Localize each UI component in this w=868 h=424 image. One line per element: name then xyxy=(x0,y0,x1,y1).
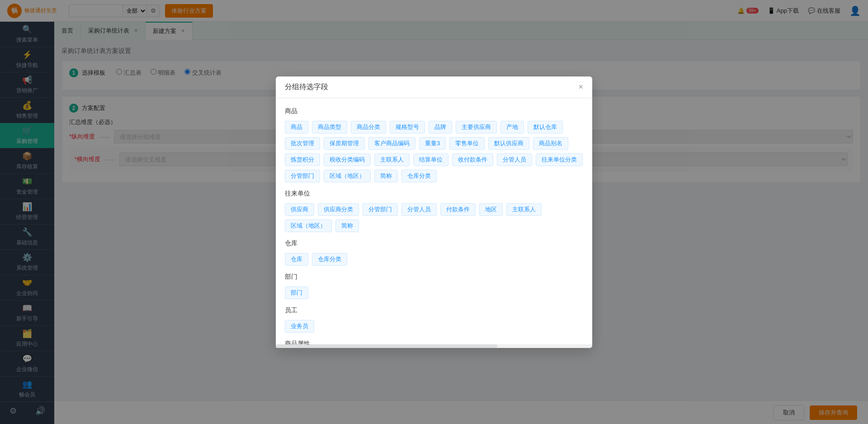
field-partner-5[interactable]: 地区 xyxy=(479,203,503,216)
field-partner-6[interactable]: 主联系人 xyxy=(506,203,542,216)
field-goods-8[interactable]: 批次管理 xyxy=(285,137,320,150)
section-title-partner: 往来单位 xyxy=(285,190,583,198)
field-goods-6[interactable]: 产地 xyxy=(500,121,524,133)
field-goods-20[interactable]: 分管人员 xyxy=(497,153,532,166)
field-partner-3[interactable]: 分管人员 xyxy=(401,203,437,216)
field-goods-1[interactable]: 商品类型 xyxy=(312,121,347,133)
field-partner-1[interactable]: 供应商分类 xyxy=(318,203,359,216)
field-partner-4[interactable]: 付款条件 xyxy=(440,203,476,216)
field-goods-9[interactable]: 保质期管理 xyxy=(324,137,365,150)
field-partner-7[interactable]: 区域（地区） xyxy=(285,219,332,232)
field-goods-2[interactable]: 商品分类 xyxy=(351,121,386,133)
modal-overlay: 分组待选字段 × 商品 商品 商品类型 商品分类 规格型号 品牌 主要供应商 产… xyxy=(0,0,868,424)
field-grid-warehouse: 仓库 仓库分类 xyxy=(285,253,583,266)
field-goods-25[interactable]: 仓库分类 xyxy=(401,170,437,182)
section-title-employee: 员工 xyxy=(285,306,583,314)
field-goods-17[interactable]: 主联系人 xyxy=(374,153,410,166)
field-goods-22[interactable]: 分管部门 xyxy=(285,170,320,182)
field-goods-11[interactable]: 重量3 xyxy=(419,137,446,150)
field-grid-employee: 业务员 xyxy=(285,320,583,333)
field-partner-8[interactable]: 简称 xyxy=(335,219,359,232)
modal-scroll-thumb xyxy=(276,344,497,348)
section-title-goods-attr: 商品属性 xyxy=(285,340,583,344)
modal-header: 分组待选字段 × xyxy=(276,76,592,98)
field-warehouse-1[interactable]: 仓库分类 xyxy=(312,253,347,266)
field-goods-23[interactable]: 区域（地区） xyxy=(324,170,371,182)
field-goods-21[interactable]: 往来单位分类 xyxy=(536,153,583,166)
field-grid-goods: 商品 商品类型 商品分类 规格型号 品牌 主要供应商 产地 默认仓库 批次管理 … xyxy=(285,121,583,182)
field-goods-19[interactable]: 收付款条件 xyxy=(452,153,493,166)
field-goods-4[interactable]: 品牌 xyxy=(429,121,452,133)
field-goods-10[interactable]: 客户商品编码 xyxy=(368,137,415,150)
field-goods-3[interactable]: 规格型号 xyxy=(390,121,425,133)
section-title-goods: 商品 xyxy=(285,107,583,115)
section-title-dept: 部门 xyxy=(285,273,583,281)
field-goods-18[interactable]: 结算单位 xyxy=(413,153,448,166)
field-goods-15[interactable]: 拣货积分 xyxy=(285,153,320,166)
field-grid-dept: 部门 xyxy=(285,286,583,299)
field-employee-0[interactable]: 业务员 xyxy=(285,320,314,333)
field-goods-0[interactable]: 商品 xyxy=(285,121,308,133)
field-warehouse-0[interactable]: 仓库 xyxy=(285,253,308,266)
field-goods-16[interactable]: 税收分类编码 xyxy=(324,153,371,166)
field-goods-24[interactable]: 简称 xyxy=(374,170,398,182)
field-goods-5[interactable]: 主要供应商 xyxy=(456,121,497,133)
field-goods-12[interactable]: 零售单位 xyxy=(449,137,485,150)
section-title-warehouse: 仓库 xyxy=(285,239,583,248)
field-dept-0[interactable]: 部门 xyxy=(285,286,308,299)
modal-scroll-track xyxy=(276,344,592,348)
field-partner-2[interactable]: 分管部门 xyxy=(363,203,398,216)
field-goods-14[interactable]: 商品别名 xyxy=(533,137,568,150)
field-select-modal: 分组待选字段 × 商品 商品 商品类型 商品分类 规格型号 品牌 主要供应商 产… xyxy=(276,76,592,348)
modal-title: 分组待选字段 xyxy=(285,82,328,92)
field-partner-0[interactable]: 供应商 xyxy=(285,203,314,216)
modal-body: 商品 商品 商品类型 商品分类 规格型号 品牌 主要供应商 产地 默认仓库 批次… xyxy=(276,98,592,344)
field-grid-partner: 供应商 供应商分类 分管部门 分管人员 付款条件 地区 主联系人 区域（地区） … xyxy=(285,203,583,232)
field-goods-13[interactable]: 默认供应商 xyxy=(488,137,529,150)
field-goods-7[interactable]: 默认仓库 xyxy=(528,121,563,133)
modal-close-button[interactable]: × xyxy=(578,82,583,92)
